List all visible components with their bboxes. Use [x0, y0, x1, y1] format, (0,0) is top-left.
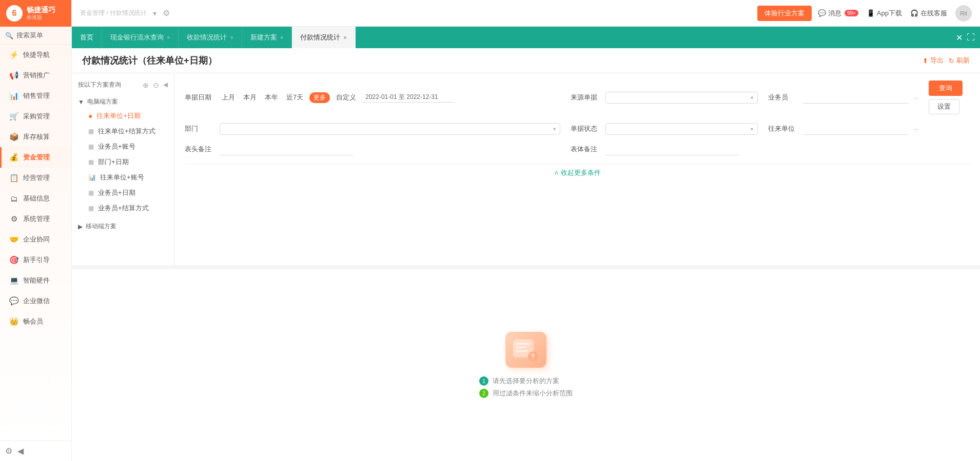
- dept-select[interactable]: ▾: [220, 123, 560, 135]
- sidebar-item-quick-nav[interactable]: ⚡ 快捷导航: [0, 45, 71, 65]
- staff-input[interactable]: [803, 91, 909, 104]
- table-head-notes-label: 表头备注: [185, 145, 215, 154]
- tabs-expand-icon[interactable]: ⛶: [967, 33, 975, 42]
- source-doc-select[interactable]: ▾: [605, 92, 758, 104]
- scheme-item-unit-settle[interactable]: ▦ 往来单位+结算方式: [78, 124, 168, 139]
- export-button[interactable]: ⬆ 导出: [923, 56, 944, 65]
- shortcut-more[interactable]: 更多: [309, 92, 330, 103]
- scheme-item-staff-settle[interactable]: ▦ 业务员+结算方式: [78, 201, 168, 216]
- sidebar-item-label: 资金管理: [23, 153, 50, 162]
- bottom-settings-icon[interactable]: ⚙: [5, 446, 12, 456]
- scheme-category-label: 电脑端方案: [87, 97, 118, 106]
- sidebar-item-wechat[interactable]: 💬 企业微信: [0, 291, 71, 311]
- collapse-more-btn[interactable]: ∧ 收起更多条件: [185, 164, 970, 182]
- counterpart-more-icon[interactable]: ···: [913, 125, 918, 133]
- doc-status-select[interactable]: ▾: [605, 123, 758, 135]
- shortcut-this-month[interactable]: 本月: [241, 92, 259, 103]
- online-service-action[interactable]: 🎧 在线客服: [910, 9, 947, 18]
- member-icon: 👑: [9, 316, 19, 327]
- user-avatar[interactable]: Rit: [955, 5, 972, 22]
- scheme-category-pc-title[interactable]: ▼ 电脑端方案: [78, 95, 168, 108]
- query-button[interactable]: 查询: [929, 81, 963, 96]
- tab-payment-label: 付款情况统计: [300, 33, 340, 42]
- svg-rect-1: [516, 343, 530, 345]
- sidebar-item-finance[interactable]: 💰 资金管理: [0, 147, 71, 168]
- counterpart-label: 往来单位: [768, 124, 799, 133]
- sidebar-item-basic[interactable]: 🗂 基础信息: [0, 188, 71, 209]
- logo-sub: 标准版: [27, 14, 55, 21]
- scheme-category-pc: ▼ 电脑端方案 ● 往来单位+日期 ▦ 往来单位+结算方式 ▦ 业务员+账号: [72, 93, 174, 218]
- date-range-input[interactable]: [362, 93, 455, 103]
- scheme-item-unit-date[interactable]: ● 往来单位+日期: [78, 108, 168, 124]
- sidebar-item-label: 畅会员: [23, 317, 43, 326]
- tip-num-2: 2: [479, 389, 488, 398]
- tabs-controls: ✕ ⛶: [951, 27, 980, 48]
- tab-receivable[interactable]: 收款情况统计 ×: [179, 27, 242, 48]
- tab-new-scheme-label: 新建方案: [250, 33, 277, 42]
- scheme-item-table5-icon: ▦: [88, 205, 94, 212]
- avatar-text: Rit: [960, 10, 967, 16]
- table-body-notes-input[interactable]: [605, 143, 739, 155]
- sidebar-item-inventory[interactable]: 📦 库存核算: [0, 127, 71, 147]
- sidebar-item-marketing[interactable]: 📢 营销推广: [0, 65, 71, 86]
- sidebar-item-guide[interactable]: 🎯 新手引导: [0, 250, 71, 270]
- sidebar-item-operation[interactable]: 📋 经营管理: [0, 168, 71, 188]
- sidebar-item-system[interactable]: ⚙ 系统管理: [0, 209, 71, 229]
- scheme-item-dept-date[interactable]: ▦ 部门+日期: [78, 154, 168, 170]
- shortcut-custom[interactable]: 自定义: [334, 92, 358, 103]
- svg-rect-2: [516, 347, 526, 348]
- tab-receivable-close[interactable]: ×: [230, 34, 233, 41]
- staff-more-icon[interactable]: ···: [913, 94, 918, 102]
- tab-cashflow-close[interactable]: ×: [167, 34, 170, 41]
- shortcut-last-7[interactable]: 近7天: [284, 92, 305, 103]
- sidebar-item-enterprise[interactable]: 🤝 企业协同: [0, 229, 71, 250]
- online-service-label: 在线客服: [920, 9, 947, 18]
- trial-btn[interactable]: 体验行业方案: [757, 6, 812, 21]
- scheme-category-mobile-title[interactable]: ▶ 移动端方案: [78, 220, 168, 233]
- scheme-item-staff-account[interactable]: ▦ 业务员+账号: [78, 139, 168, 154]
- sidebar-item-sales[interactable]: 📊 销售管理: [0, 86, 71, 106]
- dept-label: 部门: [185, 124, 215, 133]
- table-head-notes-input[interactable]: [220, 143, 353, 155]
- tab-cashflow[interactable]: 现金银行流水查询 ×: [102, 27, 179, 48]
- scheme-add-icon[interactable]: ⊕: [143, 81, 149, 89]
- tab-new-scheme-close[interactable]: ×: [280, 34, 283, 41]
- sales-icon: 📊: [9, 91, 19, 101]
- tabs-close-all-icon[interactable]: ✕: [956, 33, 963, 43]
- scheme-category-mobile-arrow: ▶: [78, 223, 83, 230]
- refresh-button[interactable]: ↻ 刷新: [949, 56, 970, 65]
- counterpart-input[interactable]: [803, 123, 909, 135]
- scheme-category-mobile: ▶ 移动端方案: [72, 218, 174, 235]
- settings-button[interactable]: 设置: [929, 99, 959, 114]
- topbar-dropdown-icon[interactable]: ▾: [153, 9, 156, 17]
- scheme-item-unit-account[interactable]: 📊 往来单位+账号: [78, 170, 168, 185]
- tab-new-scheme[interactable]: 新建方案 ×: [242, 27, 292, 48]
- svg-rect-3: [516, 350, 528, 352]
- search-menu[interactable]: 🔍 搜索菜单: [0, 27, 71, 45]
- scheme-item-staff-date[interactable]: ▦ 业务员+日期: [78, 185, 168, 201]
- shortcut-last-month[interactable]: 上月: [220, 92, 237, 103]
- tab-home[interactable]: 首页: [72, 27, 102, 48]
- sidebar-item-purchase[interactable]: 🛒 采购管理: [0, 106, 71, 127]
- scheme-item-chart-icon: 📊: [88, 174, 96, 181]
- sidebar-item-label: 企业微信: [23, 296, 50, 306]
- filter-row-2: 部门 ▾ 单据状态 ▾ 往来单位: [185, 123, 970, 135]
- page-header-actions: ⬆ 导出 ↻ 刷新: [923, 56, 970, 65]
- message-action[interactable]: 💬 消息 99+: [818, 9, 858, 18]
- app-download-action[interactable]: 📱 App下载: [867, 9, 902, 18]
- scheme-collapse-icon[interactable]: ◀: [163, 81, 168, 89]
- inventory-icon: 📦: [9, 132, 19, 142]
- empty-tip-1: 1 请先选择要分析的方案: [479, 376, 573, 386]
- shortcut-this-year[interactable]: 本年: [263, 92, 280, 103]
- sidebar-collapse-icon[interactable]: ◀: [17, 446, 24, 456]
- sidebar-item-hardware[interactable]: 💻 智能硬件: [0, 270, 71, 291]
- scheme-settings-icon[interactable]: ⊙: [153, 81, 159, 89]
- tab-payment-close[interactable]: ×: [343, 34, 346, 41]
- logo-text-area: 畅捷通巧 标准版: [27, 6, 55, 22]
- scheme-item-label: 业务员+账号: [98, 142, 135, 151]
- tab-payment[interactable]: 付款情况统计 ×: [292, 27, 355, 48]
- topbar-settings-icon[interactable]: ⚙: [163, 8, 170, 18]
- collapse-more-label: 收起更多条件: [561, 169, 601, 176]
- svg-text:?: ?: [531, 352, 535, 360]
- sidebar-item-member[interactable]: 👑 畅会员: [0, 311, 71, 332]
